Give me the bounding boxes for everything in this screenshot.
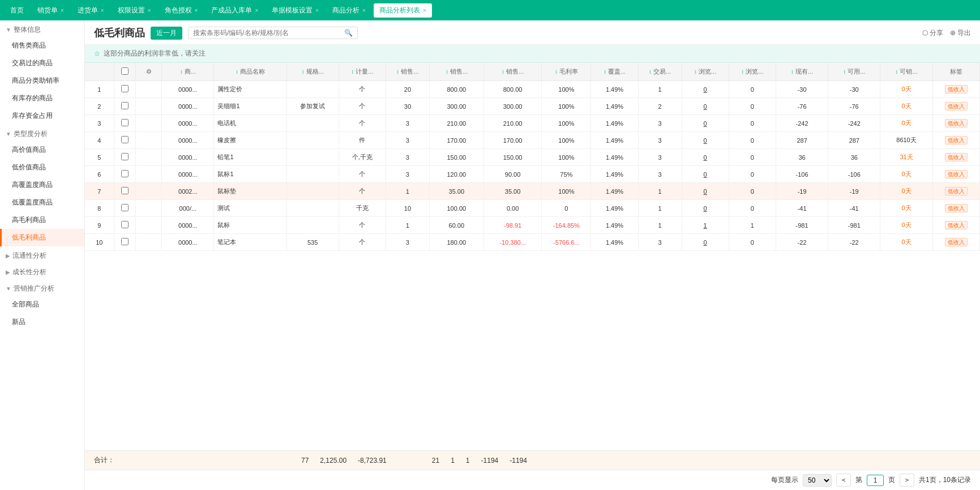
cell-view1[interactable]: 1 — [682, 217, 729, 234]
sidebar-item-in-stock-products[interactable]: 有库存的商品 — [0, 90, 84, 107]
nav-purchase-order[interactable]: 进货单 × — [72, 3, 110, 18]
row-checkbox[interactable] — [121, 119, 129, 126]
current-page-number[interactable]: 1 — [867, 475, 884, 486]
select-all-checkbox[interactable] — [121, 67, 129, 75]
sidebar-item-all-products[interactable]: 全部商品 — [0, 296, 84, 313]
sidebar-item-high-coverage[interactable]: 高覆盖度商品 — [0, 176, 84, 194]
sidebar-item-high-value[interactable]: 高价值商品 — [0, 141, 84, 159]
sidebar-item-low-margin[interactable]: 低毛利商品 — [0, 229, 84, 246]
th-code[interactable]: ↕ 商... — [162, 63, 214, 81]
row-checkbox[interactable] — [121, 136, 129, 143]
row-checkbox[interactable] — [121, 170, 129, 177]
close-icon[interactable]: × — [255, 7, 258, 14]
cell-name[interactable]: 吴细细1 — [214, 98, 286, 115]
cell-name[interactable]: 笔记本 — [214, 234, 286, 251]
th-spec[interactable]: ↕ 规格... — [286, 63, 339, 81]
th-coverage[interactable]: ↕ 覆盖... — [591, 63, 638, 81]
cell-check[interactable] — [114, 166, 135, 183]
sidebar-group-marketing[interactable]: ▼ 营销推广分析 — [0, 279, 84, 296]
cell-view1[interactable]: 0 — [682, 200, 729, 217]
cell-name[interactable]: 测试 — [214, 200, 286, 217]
search-input[interactable] — [193, 29, 344, 37]
close-icon[interactable]: × — [423, 7, 426, 14]
cell-name[interactable]: 鼠标1 — [214, 166, 286, 183]
cell-check[interactable] — [114, 217, 135, 234]
cell-view1[interactable]: 0 — [682, 183, 729, 200]
th-gross-margin[interactable]: ↕ 毛利率 — [542, 63, 591, 81]
cell-name[interactable]: 橡皮擦 — [214, 132, 286, 149]
th-sales-amount[interactable]: ↕ 销售... — [429, 63, 483, 81]
row-checkbox[interactable] — [121, 153, 129, 160]
row-checkbox[interactable] — [121, 187, 129, 194]
close-icon[interactable]: × — [315, 7, 319, 14]
cell-check[interactable] — [114, 183, 135, 200]
close-icon[interactable]: × — [61, 7, 64, 14]
close-icon[interactable]: × — [195, 7, 198, 14]
cell-view1[interactable]: 0 — [682, 81, 729, 98]
th-check[interactable] — [114, 63, 135, 81]
sidebar-item-low-value[interactable]: 低价值商品 — [0, 159, 84, 176]
sidebar-item-low-coverage[interactable]: 低覆盖度商品 — [0, 194, 84, 211]
th-sales-qty[interactable]: ↕ 销售... — [386, 63, 429, 81]
cell-check[interactable] — [114, 81, 135, 98]
sidebar-item-inventory-funds[interactable]: 库存资金占用 — [0, 107, 84, 125]
cell-check[interactable] — [114, 234, 135, 251]
nav-product-analysis[interactable]: 商品分析 × — [327, 3, 371, 18]
nav-sales-order[interactable]: 销货单 × — [32, 3, 70, 18]
close-icon[interactable]: × — [101, 7, 104, 14]
close-icon[interactable]: × — [362, 7, 366, 14]
cell-view1[interactable]: 0 — [682, 166, 729, 183]
th-trade[interactable]: ↕ 交易... — [638, 63, 682, 81]
th-available[interactable]: ↕ 可用... — [828, 63, 880, 81]
per-page-select[interactable]: 50 100 200 — [803, 474, 832, 487]
sidebar-group-liquidity[interactable]: ▶ 流通性分析 — [0, 246, 84, 263]
cell-check[interactable] — [114, 115, 135, 132]
row-checkbox[interactable] — [121, 204, 129, 211]
cell-view1[interactable]: 0 — [682, 149, 729, 166]
th-name[interactable]: ↕ 商品名称 — [214, 63, 286, 81]
sidebar-item-sales-products[interactable]: 销售类商品 — [0, 37, 84, 54]
sidebar-item-new-products[interactable]: 新品 — [0, 313, 84, 331]
sidebar-group-overall[interactable]: ▼ 整体信息 — [0, 20, 84, 37]
sidebar-item-traded-products[interactable]: 交易过的商品 — [0, 54, 84, 72]
th-unit[interactable]: ↕ 计量... — [339, 63, 386, 81]
cell-name[interactable]: 铅笔1 — [214, 149, 286, 166]
row-checkbox[interactable] — [121, 238, 129, 245]
sidebar-group-type-analysis[interactable]: ▼ 类型度分析 — [0, 125, 84, 141]
cell-view1[interactable]: 0 — [682, 132, 729, 149]
next-page-button[interactable]: ＞ — [900, 474, 914, 487]
nav-permission-settings[interactable]: 权限设置 × — [112, 3, 157, 18]
cell-check[interactable] — [114, 200, 135, 217]
nav-home[interactable]: 首页 — [5, 3, 29, 18]
share-button[interactable]: ⬡ 分享 — [922, 28, 943, 38]
nav-product-analysis-list[interactable]: 商品分析列表 × — [374, 3, 432, 18]
close-icon[interactable]: × — [148, 7, 151, 14]
cell-name[interactable]: 鼠标垫 — [214, 183, 286, 200]
sidebar-item-high-margin[interactable]: 高毛利商品 — [0, 211, 84, 229]
cell-name[interactable]: 鼠标 — [214, 217, 286, 234]
sidebar-item-category-sales-rate[interactable]: 商品分类助销率 — [0, 72, 84, 90]
row-checkbox[interactable] — [121, 221, 129, 228]
nav-role-auth[interactable]: 角色授权 × — [159, 3, 204, 18]
th-current-stock[interactable]: ↕ 现有... — [776, 63, 828, 81]
row-checkbox[interactable] — [121, 85, 129, 92]
search-icon[interactable]: 🔍 — [344, 29, 353, 37]
cell-name[interactable]: 属性定价 — [214, 81, 286, 98]
cell-check[interactable] — [114, 98, 135, 115]
export-button[interactable]: ⊕ 导出 — [950, 28, 971, 38]
cell-check[interactable] — [114, 132, 135, 149]
nav-product-warehousing[interactable]: 产成品入库单 × — [206, 3, 264, 18]
th-view2[interactable]: ↕ 浏览... — [729, 63, 776, 81]
cell-view1[interactable]: 0 — [682, 98, 729, 115]
nav-template-settings[interactable]: 单据模板设置 × — [266, 3, 324, 18]
sidebar-group-growth[interactable]: ▶ 成长性分析 — [0, 263, 84, 279]
cell-name[interactable]: 电话机 — [214, 115, 286, 132]
cell-view1[interactable]: 0 — [682, 115, 729, 132]
time-filter-button[interactable]: 近一月 — [151, 27, 182, 40]
th-sales-profit[interactable]: ↕ 销售... — [483, 63, 541, 81]
th-saleable[interactable]: ↕ 可销... — [880, 63, 932, 81]
cell-view1[interactable]: 0 — [682, 234, 729, 251]
prev-page-button[interactable]: ＜ — [836, 474, 851, 487]
row-checkbox[interactable] — [121, 102, 129, 109]
cell-check[interactable] — [114, 149, 135, 166]
